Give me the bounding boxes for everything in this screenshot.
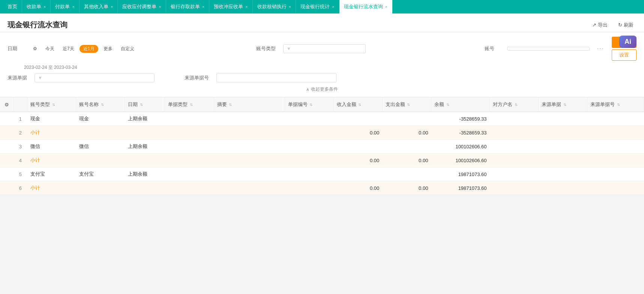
td-balance: -3528659.33 [431, 112, 489, 126]
td-gear [0, 140, 14, 154]
th-income[interactable]: 收入金额 ⇅ [333, 97, 382, 112]
th-account-type[interactable]: 账号类型 ⇅ [27, 97, 76, 112]
export-button[interactable]: ↗ 导出 [589, 20, 611, 30]
td-source-doc [539, 181, 587, 195]
nav-receipt[interactable]: 收款单 × [22, 0, 51, 13]
page-header: 现金银行流水查询 ↗ 导出 ↻ 刷新 [0, 13, 644, 32]
date-label: 日期 [8, 45, 23, 52]
settings-button[interactable]: 设置 [612, 49, 636, 61]
table-row: 6 小计 0.00 0.00 19871073.60 [0, 181, 644, 195]
td-expense: 0.00 [382, 126, 431, 140]
nav-prepay[interactable]: 预收冲应收单 × [209, 0, 252, 13]
td-source-doc [539, 167, 587, 181]
td-account-name: 微信 [76, 140, 125, 154]
date-btn-custom[interactable]: 自定义 [118, 45, 137, 53]
account-label: 账号 [485, 45, 500, 52]
td-balance: 100102606.60 [431, 140, 489, 154]
td-gear [0, 167, 14, 181]
th-account-name[interactable]: 账号名称 ⇅ [76, 97, 125, 112]
source-doc-label: 来源单据 [8, 75, 27, 81]
td-counterpart [490, 126, 539, 140]
td-income [333, 140, 382, 154]
nav-other-income[interactable]: 其他收入单 × [80, 0, 118, 13]
td-gear [0, 181, 14, 195]
close-icon[interactable]: × [111, 4, 113, 9]
chevron-down-icon: ▼ [287, 46, 291, 51]
ai-badge[interactable]: Ai [619, 36, 636, 48]
td-source-doc-no [587, 126, 644, 140]
td-source-doc-no [587, 112, 644, 126]
date-btn-1month[interactable]: 近1月 [80, 45, 99, 53]
th-counterpart[interactable]: 对方户名 ⇅ [490, 97, 539, 112]
th-date[interactable]: 日期 ⇅ [125, 97, 165, 112]
td-counterpart [490, 154, 539, 167]
more-options-button[interactable]: ··· [597, 45, 604, 52]
date-btn-7days[interactable]: 近7天 [60, 45, 77, 53]
close-icon[interactable]: × [245, 4, 248, 9]
nav-home[interactable]: 首页 [3, 0, 22, 13]
date-btn-more[interactable]: 更多 [101, 45, 116, 53]
source-doc-no-input[interactable] [216, 73, 336, 82]
date-btn-today[interactable]: 今天 [42, 45, 57, 53]
th-source-doc-no[interactable]: 来源单据号 ⇅ [587, 97, 644, 112]
td-gear [0, 126, 14, 140]
td-date [125, 181, 165, 195]
account-select[interactable] [507, 47, 590, 51]
nav-bank-deposit[interactable]: 银行存取款单 × [166, 0, 209, 13]
td-summary [214, 126, 285, 140]
td-doc-type [165, 126, 214, 140]
nav-cash-flow-query[interactable]: 现金银行流水查询 × [339, 0, 392, 13]
td-account-type: 现金 [27, 112, 76, 126]
td-income [333, 112, 382, 126]
th-gear[interactable]: ⚙ [0, 97, 14, 112]
top-navigation: 首页 收款单 × 付款单 × 其他收入单 × 应收应付调整单 × 银行存取款单 … [0, 0, 644, 13]
th-balance[interactable]: 余额 ⇅ [431, 97, 489, 112]
th-source-doc[interactable]: 来源单据 ⇅ [539, 97, 587, 112]
td-doc-type [165, 154, 214, 167]
refresh-button[interactable]: ↻ 刷新 [615, 20, 636, 30]
th-expense[interactable]: 支出金额 ⇅ [382, 97, 431, 112]
close-icon[interactable]: × [202, 4, 204, 9]
collapse-bar[interactable]: ∧ 收起更多条件 [8, 86, 636, 93]
close-icon[interactable]: × [332, 4, 334, 9]
td-date: 上期余额 [125, 112, 165, 126]
td-summary [214, 154, 285, 167]
close-icon[interactable]: × [385, 4, 387, 9]
close-icon[interactable]: × [44, 4, 46, 9]
td-income [333, 167, 382, 181]
td-expense [382, 140, 431, 154]
table-container: ⚙ 账号类型 ⇅ 账号名称 ⇅ 日期 ⇅ 单据类型 ⇅ 摘要 ⇅ 单据编号 ⇅ … [0, 97, 644, 195]
close-icon[interactable]: × [72, 4, 74, 9]
nav-collection[interactable]: 收款核销执行 × [253, 0, 296, 13]
nav-cash-stat[interactable]: 现金银行统计 × [296, 0, 339, 13]
close-icon[interactable]: × [159, 4, 161, 9]
account-type-select[interactable]: ▼ [283, 44, 366, 53]
td-date [125, 126, 165, 140]
td-doc-type [165, 140, 214, 154]
source-doc-select[interactable]: ▼ [35, 73, 155, 82]
td-date: 上期余额 [125, 167, 165, 181]
td-summary [214, 112, 285, 126]
td-index: 5 [14, 167, 27, 181]
data-table: ⚙ 账号类型 ⇅ 账号名称 ⇅ 日期 ⇅ 单据类型 ⇅ 摘要 ⇅ 单据编号 ⇅ … [0, 97, 644, 195]
th-summary[interactable]: 摘要 ⇅ [214, 97, 285, 112]
th-doc-type[interactable]: 单据类型 ⇅ [165, 97, 214, 112]
td-doc-no [285, 126, 333, 140]
td-counterpart [490, 112, 539, 126]
td-source-doc-no [587, 154, 644, 167]
td-counterpart [490, 140, 539, 154]
td-account-name [76, 181, 125, 195]
date-btn-yesterday[interactable]: ⚙ [30, 45, 40, 52]
nav-adjustment[interactable]: 应收应付调整单 × [118, 0, 166, 13]
td-account-name: 现金 [76, 112, 125, 126]
td-summary [214, 167, 285, 181]
th-doc-no[interactable]: 单据编号 ⇅ [285, 97, 333, 112]
td-income: 0.00 [333, 126, 382, 140]
close-icon[interactable]: × [289, 4, 291, 9]
nav-payment[interactable]: 付款单 × [51, 0, 79, 13]
td-account-type: 小计 [27, 181, 76, 195]
td-balance: -3528659.33 [431, 126, 489, 140]
filter-row-1: 日期 ⚙ 今天 近7天 近1月 更多 自定义 账号类型 ▼ 账号 ··· 查询 … [8, 37, 636, 61]
table-row: 3 微信 微信 上期余额 100102606.60 [0, 140, 644, 154]
date-range-text: 2023-02-24 至 2023-03-24 [24, 64, 636, 71]
